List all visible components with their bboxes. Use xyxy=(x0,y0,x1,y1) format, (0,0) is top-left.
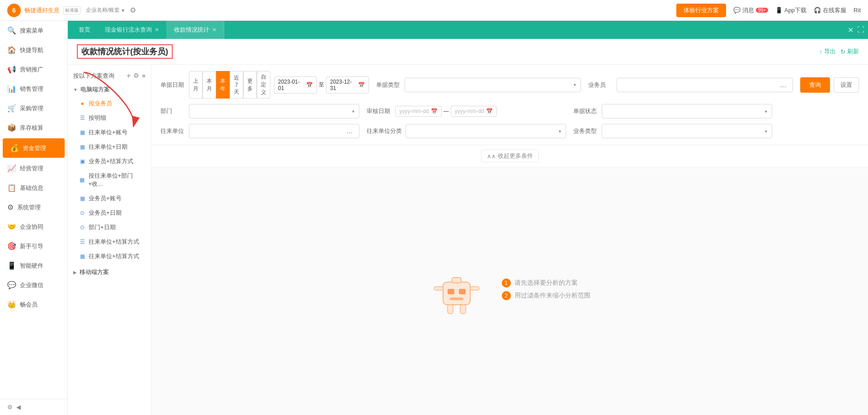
date-to-value: 2023-12-31 xyxy=(330,79,356,91)
refresh-icon: ↻ xyxy=(840,48,845,55)
empty-step-1: 1 请先选择要分析的方案 xyxy=(502,278,590,288)
scheme-group-mobile-title[interactable]: ▶ 移动端方案 xyxy=(68,265,151,279)
collapse-sidebar-icon[interactable]: ◀ xyxy=(16,404,21,410)
collapse-button[interactable]: ∧∧ 收起更多条件 xyxy=(481,150,539,162)
sidebar-item-quick-nav[interactable]: 🏠 快捷导航 xyxy=(0,40,67,60)
scheme-item-by-salesman[interactable]: ● 按业务员 xyxy=(68,96,151,111)
svg-rect-1 xyxy=(448,289,454,294)
scheme-panel: 按以下方案查询 + ⚙ « ▼ 电脑端方案 ● 按业务员 ☰ xyxy=(68,65,151,415)
guide-icon: 🎯 xyxy=(7,242,16,250)
message-badge: 99+ xyxy=(756,8,768,13)
review-date-from-input[interactable]: yyyy-mm-dd 📅 xyxy=(395,106,441,117)
scheme-item-partner-settle2[interactable]: ▦ 往来单位+结算方式 xyxy=(68,249,151,264)
settings-button[interactable]: 设置 xyxy=(834,77,859,93)
sidebar-item-wechat[interactable]: 💬 企业微信 xyxy=(0,275,67,295)
scheme-item-by-detail[interactable]: ☰ 按明细 xyxy=(68,111,151,125)
settings-bottom-icon[interactable]: ⚙ xyxy=(7,404,13,410)
partner-input[interactable]: ... xyxy=(189,124,359,138)
calendar-icon: 📅 xyxy=(431,108,438,114)
page-actions: ↑ 导出 ↻ 刷新 xyxy=(820,47,859,56)
calendar-icon: 📅 xyxy=(306,82,313,88)
collapse-up-icon: ∧∧ xyxy=(487,153,496,160)
recent7-btn[interactable]: 近7天 xyxy=(230,71,243,99)
sidebar-item-smart-hardware[interactable]: 📱 智能硬件 xyxy=(0,256,67,275)
purchase-icon: 🛒 xyxy=(7,104,16,113)
scheme-item-partner-dept[interactable]: ▦ 按往来单位+部门+收... xyxy=(68,169,151,191)
tab-close-all-icon[interactable]: ✕ xyxy=(848,26,854,34)
scheme-item-icon: ☰ xyxy=(79,238,86,245)
dept-condition: 部门 ▾ xyxy=(160,104,359,118)
review-date-to-input[interactable]: yyyy-mm-dd 📅 xyxy=(451,106,497,117)
add-scheme-icon[interactable]: + xyxy=(127,72,131,80)
type-select[interactable]: ▾ xyxy=(405,78,581,92)
scheme-item-label: 按业务员 xyxy=(89,99,112,108)
scheme-collapse-icon[interactable]: « xyxy=(142,72,146,80)
biz-type-select[interactable]: ▾ xyxy=(602,124,772,138)
sidebar-item-system[interactable]: ⚙ 系统管理 xyxy=(0,198,67,217)
scheme-item-salesman-date[interactable]: ⊙ 业务员+日期 xyxy=(68,206,151,220)
prev-month-btn[interactable]: 上月 xyxy=(189,71,203,99)
scheme-item-dept-date[interactable]: ⊙ 部门+日期 xyxy=(68,220,151,235)
sidebar-item-sales[interactable]: 📊 销售管理 xyxy=(0,79,67,99)
scheme-group-desktop: ▼ 电脑端方案 ● 按业务员 ☰ 按明细 ▦ 往来单位+账号 ▦ 往来单位+ xyxy=(68,83,151,264)
salesman-input[interactable]: ... xyxy=(617,78,793,92)
doc-status-select[interactable]: ▾ xyxy=(602,104,772,118)
sidebar-item-guide[interactable]: 🎯 新手引导 xyxy=(0,236,67,256)
more-btn[interactable]: 更多 xyxy=(243,71,257,99)
tab-collection-stats[interactable]: 收款情况统计 ✕ xyxy=(167,21,224,39)
scheme-item-partner-account[interactable]: ▦ 往来单位+账号 xyxy=(68,125,151,140)
date-from-input[interactable]: 2023-01-01 📅 xyxy=(274,76,317,94)
partner-category-select[interactable]: ▾ xyxy=(406,124,566,138)
online-service-item[interactable]: 🎧 在线客服 xyxy=(814,6,846,14)
sidebar-label: 营销推广 xyxy=(20,66,43,74)
tab-bar-right: ✕ ⛶ xyxy=(848,26,868,34)
partner-condition: 往来单位 ... xyxy=(160,124,359,138)
condition-row-1: 单据日期 上月 本月 本年 近7天 更多 自定义 2023-01-01 xyxy=(160,71,859,99)
sidebar-item-member[interactable]: 👑 畅会员 xyxy=(0,295,67,314)
sidebar-item-inventory[interactable]: 📦 库存核算 xyxy=(0,118,67,137)
settings-icon[interactable]: ⚙ xyxy=(130,6,136,14)
trial-button[interactable]: 体验行业方案 xyxy=(676,4,726,17)
sidebar-item-finance[interactable]: 💰 资金管理 xyxy=(3,138,65,158)
query-button[interactable]: 查询 xyxy=(800,77,830,93)
tab-close-bank-flow[interactable]: ✕ xyxy=(155,27,159,33)
tab-close-collection[interactable]: ✕ xyxy=(212,27,217,33)
sidebar-item-purchase[interactable]: 🛒 采购管理 xyxy=(0,99,67,118)
sidebar-item-operation[interactable]: 📈 经营管理 xyxy=(0,159,67,178)
partner-dots[interactable]: ... xyxy=(345,127,354,135)
logo-area: 6 畅捷通好生意 标准版 xyxy=(7,4,80,17)
calendar-icon: 📅 xyxy=(486,108,493,114)
scheme-settings-icon[interactable]: ⚙ xyxy=(133,72,139,80)
scheme-item-salesman-account[interactable]: ▦ 业务员+账号 xyxy=(68,191,151,206)
sidebar-bottom: ⚙ ◀ xyxy=(0,399,67,415)
tab-bank-flow[interactable]: 现金银行流水查询 ✕ xyxy=(98,21,167,39)
tab-fullscreen-icon[interactable]: ⛶ xyxy=(857,26,864,34)
sidebar-item-marketing[interactable]: 📢 营销推广 xyxy=(0,60,67,79)
scheme-item-partner-settle1[interactable]: ☰ 往来单位+结算方式 xyxy=(68,235,151,249)
scheme-group-mobile: ▶ 移动端方案 xyxy=(68,265,151,279)
this-month-btn[interactable]: 本月 xyxy=(203,71,216,99)
refresh-button[interactable]: ↻ 刷新 xyxy=(840,47,859,56)
custom-btn[interactable]: 自定义 xyxy=(257,71,270,99)
salesman-dots[interactable]: ... xyxy=(778,81,788,89)
this-year-btn[interactable]: 本年 xyxy=(216,71,230,99)
scheme-item-salesman-settle[interactable]: ▣ 业务员+结算方式 xyxy=(68,154,151,169)
export-button[interactable]: ↑ 导出 xyxy=(820,47,836,56)
scheme-group-desktop-title[interactable]: ▼ 电脑端方案 xyxy=(68,83,151,96)
scheme-item-label: 往来单位+结算方式 xyxy=(89,238,139,246)
scheme-item-partner-date[interactable]: ▦ 往来单位+日期 xyxy=(68,140,151,154)
smart-hardware-icon: 📱 xyxy=(7,261,16,270)
sidebar-label: 畅会员 xyxy=(20,301,38,309)
app-download-item[interactable]: 📱 App下载 xyxy=(775,6,807,14)
sidebar-item-basic-info[interactable]: 📋 基础信息 xyxy=(0,178,67,198)
sidebar-item-enterprise[interactable]: 🤝 企业协同 xyxy=(0,217,67,236)
sidebar-item-search-menu[interactable]: 🔍 搜索菜单 xyxy=(0,21,67,40)
user-area[interactable]: Rit xyxy=(854,7,861,14)
date-to-input[interactable]: 2023-12-31 📅 xyxy=(326,76,369,94)
sidebar-label: 销售管理 xyxy=(20,85,43,93)
dept-select[interactable]: ▾ xyxy=(189,104,359,118)
tab-home[interactable]: 首页 xyxy=(71,26,98,34)
app-download-icon: 📱 xyxy=(775,7,783,14)
message-item[interactable]: 💬 消息 99+ xyxy=(733,6,768,14)
salesman-label: 业务员 xyxy=(588,81,613,89)
